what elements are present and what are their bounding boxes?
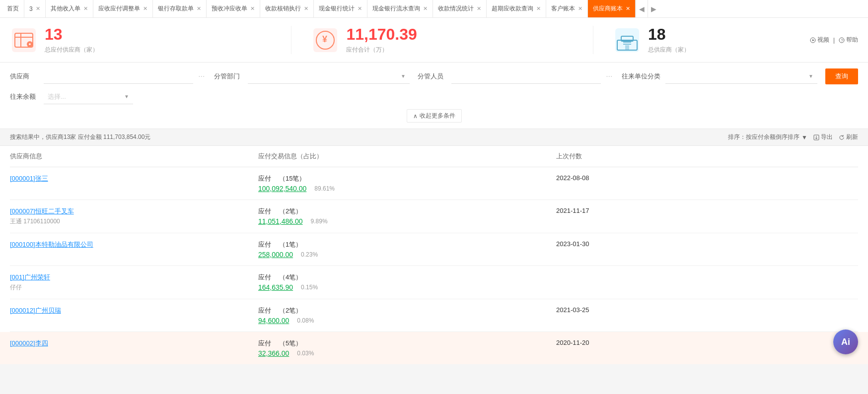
payable-amount-6[interactable]: 32,366.00	[258, 349, 289, 357]
nav-tab-cash-bank-stats[interactable]: 现金银行统计 ✕	[314, 0, 367, 18]
payable-amount-4[interactable]: 164,635.90	[258, 283, 293, 291]
nav-tab-bank-deposit[interactable]: 银行存取款单 ✕	[153, 0, 207, 18]
lastpayment-cell-2: 2021-11-17	[556, 207, 858, 214]
nav-tab-other-income[interactable]: 其他收入单 ✕	[46, 0, 93, 18]
nav-tab-home[interactable]: 首页	[2, 0, 24, 18]
supplier-sub-4: 仔仔	[10, 283, 258, 292]
payable-label-1: 应付	[258, 174, 271, 183]
supplier-link-3[interactable]: [000100]本特勒油品有限公司	[10, 241, 93, 248]
col-header-supplier: 供应商信息	[10, 152, 258, 161]
nav-tab-cash-bank-flow[interactable]: 现金银行流水查询 ✕	[367, 0, 433, 18]
sort-label: 排序：按应付余额倒序排序	[728, 133, 799, 141]
header-links: 视频 | ? 帮助	[810, 36, 858, 44]
payable-pct-6: 0.03%	[297, 350, 314, 357]
refresh-button[interactable]: 刷新	[839, 133, 858, 141]
nav-tab-ap-adjustment-close[interactable]: ✕	[143, 5, 147, 12]
nav-tab-supplier-account[interactable]: 供应商账本 ✕	[588, 0, 636, 18]
nav-tab-overdue-ap-close[interactable]: ✕	[536, 5, 541, 12]
filter-supplier: 供应商 ···	[10, 69, 206, 84]
nav-tab-ap-adjustment[interactable]: 应收应付调整单 ✕	[93, 0, 153, 18]
filter-row-2: 往来余额 选择... ▼	[10, 89, 858, 104]
nav-tab-collection-stats-close[interactable]: ✕	[477, 5, 481, 12]
filter-unit-class-select[interactable]: ▼	[665, 69, 818, 84]
svg-text:?: ?	[841, 38, 844, 43]
nav-tab-collection-verify[interactable]: 收款核销执行 ✕	[260, 0, 314, 18]
svg-rect-0	[12, 28, 36, 52]
filter-balance-arrow: ▼	[124, 94, 129, 99]
nav-tab-ap-adjustment-label: 应收应付调整单	[98, 4, 140, 13]
nav-tab-collection-verify-close[interactable]: ✕	[304, 5, 308, 12]
supplier-cell-6: [000002]李四	[10, 339, 258, 348]
payable-amount-2[interactable]: 11,051,486.00	[258, 217, 303, 225]
filter-balance-select[interactable]: 选择... ▼	[44, 89, 133, 104]
ai-assistant-button[interactable]: Ai	[833, 329, 858, 354]
nav-tab-customer-account[interactable]: 客户账本 ✕	[546, 0, 588, 18]
payable-label-2: 应付	[258, 207, 271, 216]
table-row: [001]广州荣轩 仔仔 应付 （4笔） 164,635.90 0.15%	[10, 266, 858, 299]
nav-tab-collection-stats[interactable]: 收款情况统计 ✕	[433, 0, 487, 18]
filter-department-select[interactable]: ▼	[248, 69, 410, 84]
supplier-link-1[interactable]: [000001]张三	[10, 175, 48, 182]
nav-tab-3[interactable]: 3 ✕	[24, 0, 46, 18]
payable-pct-2: 9.89%	[311, 218, 328, 225]
payable-label-4: 应付	[258, 273, 271, 282]
filter-supplier-input[interactable]	[44, 69, 193, 84]
filter-person-dots[interactable]: ···	[606, 72, 612, 81]
lastpayment-cell-3: 2023-01-30	[556, 240, 858, 248]
lastpayment-cell-6: 2020-11-20	[556, 339, 858, 346]
nav-tab-prepayment-close[interactable]: ✕	[250, 5, 255, 12]
filter-supplier-dots[interactable]: ···	[198, 72, 205, 81]
nav-prev-arrow[interactable]: ◀	[636, 0, 648, 18]
collapse-button[interactable]: ∧ 收起更多条件	[407, 109, 462, 123]
last-payment-date-2: 2021-11-17	[556, 207, 589, 214]
payable-suppliers-value: 13	[45, 26, 98, 43]
payable-count-1: （15笔）	[279, 174, 305, 183]
nav-tab-customer-account-close[interactable]: ✕	[578, 5, 582, 12]
filter-person-input[interactable]	[451, 69, 601, 84]
export-button[interactable]: 导出	[813, 133, 833, 141]
transaction-cell-5: 应付 （2笔） 94,600.00 0.08%	[258, 306, 556, 325]
nav-tab-other-income-close[interactable]: ✕	[83, 5, 88, 12]
payable-label-3: 应付	[258, 240, 271, 249]
table-row: [000100]本特勒油品有限公司 应付 （1笔） 258,000.00 0.2…	[10, 233, 858, 266]
last-payment-date-3: 2023-01-30	[556, 240, 589, 248]
total-suppliers-value: 18	[648, 26, 690, 43]
nav-tab-supplier-account-close[interactable]: ✕	[626, 5, 630, 12]
supplier-link-5[interactable]: [000012]广州贝瑞	[10, 307, 61, 314]
supplier-link-2[interactable]: [000007]恒旺二手叉车	[10, 207, 74, 215]
payable-pct-1: 89.61%	[314, 185, 335, 192]
nav-tab-cash-bank-stats-close[interactable]: ✕	[358, 5, 362, 12]
payable-amount-1[interactable]: 100,092,540.00	[258, 185, 306, 193]
sort-dropdown[interactable]: 排序：按应付余额倒序排序 ▼	[728, 133, 807, 141]
nav-tab-prepayment[interactable]: 预收冲应收单 ✕	[207, 0, 260, 18]
filter-balance-label: 往来余额	[10, 92, 40, 101]
collapse-icon: ∧	[413, 113, 418, 120]
filter-unit-class: 往来单位分类 ▼	[622, 69, 818, 84]
payable-count-6: （5笔）	[279, 339, 302, 348]
nav-tab-3-close[interactable]: ✕	[36, 5, 40, 12]
nav-tab-overdue-ap[interactable]: 超期应收款查询 ✕	[487, 0, 546, 18]
video-link[interactable]: 视频	[810, 36, 829, 44]
svg-marker-17	[812, 39, 814, 41]
supplier-link-6[interactable]: [000002]李四	[10, 339, 48, 347]
supplier-sub-2: 王通 17106110000	[10, 217, 258, 226]
supplier-link-4[interactable]: [001]广州荣轩	[10, 273, 50, 281]
supplier-cell-1: [000001]张三	[10, 174, 258, 183]
nav-tab-supplier-account-label: 供应商账本	[593, 4, 623, 13]
lastpayment-cell-1: 2022-08-08	[556, 174, 858, 182]
filter-department-arrow: ▼	[401, 73, 406, 79]
payable-count-5: （2笔）	[279, 306, 302, 315]
query-button[interactable]: 查询	[825, 68, 858, 84]
payable-amount-5[interactable]: 94,600.00	[258, 317, 289, 325]
help-link[interactable]: ? 帮助	[839, 36, 858, 44]
nav-tab-cash-bank-flow-close[interactable]: ✕	[423, 5, 428, 12]
payable-amount-icon: ¥	[311, 26, 339, 54]
filter-unit-class-label: 往来单位分类	[622, 72, 661, 81]
payable-amount-3[interactable]: 258,000.00	[258, 251, 293, 259]
nav-tab-bank-deposit-close[interactable]: ✕	[197, 5, 201, 12]
nav-next-arrow[interactable]: ▶	[648, 0, 659, 18]
transaction-cell-3: 应付 （1笔） 258,000.00 0.23%	[258, 240, 556, 259]
supplier-cell-3: [000100]本特勒油品有限公司	[10, 240, 258, 249]
payable-suppliers-icon	[10, 26, 38, 54]
payable-amount-value: 11,170.39	[346, 26, 417, 43]
